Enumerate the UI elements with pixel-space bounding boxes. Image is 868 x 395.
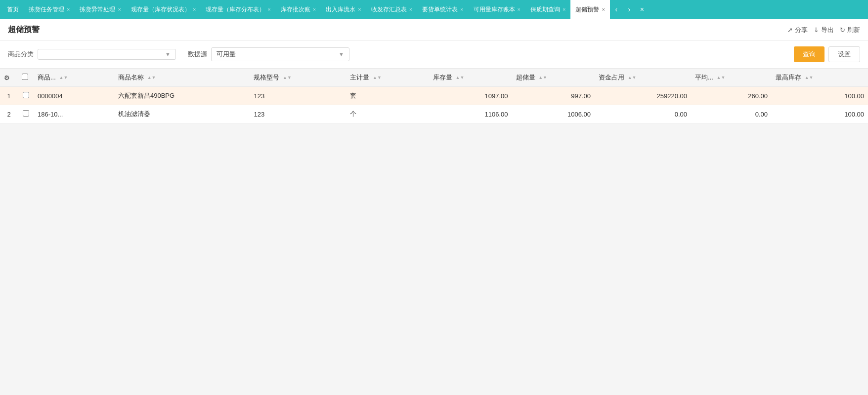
export-button[interactable]: ⇓ 导出 xyxy=(814,26,834,35)
main-content: ⚙ 商品... ▲▼ 商品名称 ▲▼ 规格型号 ▲▼ xyxy=(0,69,868,123)
column-overstock[interactable]: 超储量 ▲▼ xyxy=(512,69,595,87)
column-avg[interactable]: 平均... ▲▼ xyxy=(691,69,772,87)
cell-max-stock: 100.00 xyxy=(772,87,868,105)
sort-icon-stock: ▲▼ xyxy=(456,76,465,80)
sort-icon-spec: ▲▼ xyxy=(283,76,292,80)
close-tab-available-account[interactable]: × xyxy=(518,6,521,12)
cell-overstock: 1006.00 xyxy=(512,105,595,123)
cell-product-code: 0000004 xyxy=(34,87,114,105)
cell-capital: 259220.00 xyxy=(595,87,691,105)
category-chevron-icon: ▼ xyxy=(165,51,171,57)
cell-product-code: 186-10... xyxy=(34,105,114,123)
column-capital[interactable]: 资金占用 ▲▼ xyxy=(595,69,691,87)
cell-overstock: 997.00 xyxy=(512,87,595,105)
page-header: 超储预警 ➚ 分享 ⇓ 导出 ↻ 刷新 xyxy=(0,19,868,40)
cell-stock: 1097.00 xyxy=(429,87,512,105)
category-filter: 商品分类 ▼ xyxy=(8,49,176,60)
cell-product-name: 六配套新昌490BPG xyxy=(114,87,250,105)
row-checkbox[interactable] xyxy=(23,110,29,117)
close-tab-inout-flow[interactable]: × xyxy=(358,6,361,12)
tab-batch-account[interactable]: 库存批次账 × xyxy=(276,0,321,19)
refresh-button[interactable]: ↻ 刷新 xyxy=(840,26,860,35)
tab-requisition[interactable]: 要货单统计表 × xyxy=(417,0,468,19)
page-title: 超储预警 xyxy=(8,25,40,35)
nav-arrow-left[interactable]: ‹ xyxy=(610,0,623,19)
cell-spec: 123 xyxy=(250,87,346,105)
cell-avg: 0.00 xyxy=(691,105,772,123)
sort-icon-avg: ▲▼ xyxy=(716,76,725,80)
column-settings-icon[interactable]: ⚙ xyxy=(0,69,18,87)
nav-arrow-more[interactable]: × xyxy=(636,0,649,19)
filter-actions: 查询 设置 xyxy=(794,46,860,62)
filter-area: 商品分类 ▼ 数据源 可用量 ▼ 查询 设置 xyxy=(0,40,868,69)
category-label: 商品分类 xyxy=(8,50,34,59)
column-checkbox-header[interactable] xyxy=(18,69,34,87)
cell-avg: 260.00 xyxy=(691,87,772,105)
close-tab-stock-dist[interactable]: × xyxy=(267,6,270,12)
top-navigation: 首页 拣货任务管理 × 拣货异常处理 × 现存量（库存状况表） × 现存量（库存… xyxy=(0,0,868,19)
cell-spec: 123 xyxy=(250,105,346,123)
column-max-stock[interactable]: 最高库存 ▲▼ xyxy=(772,69,868,87)
datasource-chevron-icon: ▼ xyxy=(339,51,344,57)
query-button[interactable]: 查询 xyxy=(794,46,825,62)
share-button[interactable]: ➚ 分享 xyxy=(787,26,808,35)
cell-stock: 1106.00 xyxy=(429,105,512,123)
cell-capital: 0.00 xyxy=(595,105,691,123)
tab-stock-dist[interactable]: 现存量（库存分布表） × xyxy=(201,0,275,19)
table-header-row: ⚙ 商品... ▲▼ 商品名称 ▲▼ 规格型号 ▲▼ xyxy=(0,69,868,87)
datasource-label: 数据源 xyxy=(188,50,207,59)
datasource-filter: 数据源 可用量 ▼ xyxy=(188,47,349,61)
tab-overstock[interactable]: 超储预警 × xyxy=(570,0,609,19)
tab-stock-status[interactable]: 现存量（库存状况表） × xyxy=(126,0,201,19)
nav-arrow-right[interactable]: › xyxy=(623,0,636,19)
row-number: 2 xyxy=(0,105,18,123)
datasource-value: 可用量 xyxy=(217,50,236,59)
category-select[interactable]: ▼ xyxy=(38,49,176,60)
sort-icon-overstock: ▲▼ xyxy=(538,76,547,80)
row-number: 1 xyxy=(0,87,18,105)
cell-unit: 套 xyxy=(346,87,429,105)
settings-button[interactable]: 设置 xyxy=(828,46,860,62)
table-row: 2 186-10... 机油滤清器 123 个 1106.00 1006.00 … xyxy=(0,105,868,123)
export-icon: ⇓ xyxy=(814,26,819,34)
close-tab-stock-status[interactable]: × xyxy=(193,6,196,12)
tab-available-account[interactable]: 可用量库存账本 × xyxy=(469,0,525,19)
close-tab-batch-account[interactable]: × xyxy=(313,6,316,12)
close-tab-collect-summary[interactable]: × xyxy=(409,6,412,12)
data-table: ⚙ 商品... ▲▼ 商品名称 ▲▼ 规格型号 ▲▼ xyxy=(0,69,868,123)
tab-expiry[interactable]: 保质期查询 × xyxy=(525,0,570,19)
row-checkbox-cell[interactable] xyxy=(18,87,34,105)
column-unit[interactable]: 主计量 ▲▼ xyxy=(346,69,429,87)
gear-icon: ⚙ xyxy=(4,74,10,81)
sort-icon-product-code: ▲▼ xyxy=(59,76,68,80)
close-tab-expiry[interactable]: × xyxy=(563,6,565,12)
column-product-name[interactable]: 商品名称 ▲▼ xyxy=(114,69,250,87)
cell-product-name: 机油滤清器 xyxy=(114,105,250,123)
tab-home[interactable]: 首页 xyxy=(2,0,24,19)
tab-collect-summary[interactable]: 收发存汇总表 × xyxy=(366,0,417,19)
close-tab-requisition[interactable]: × xyxy=(460,6,463,12)
share-icon: ➚ xyxy=(787,26,793,34)
close-tab-overstock[interactable]: × xyxy=(602,6,605,12)
refresh-icon: ↻ xyxy=(840,26,845,34)
sort-icon-max-stock: ▲▼ xyxy=(805,76,814,80)
tab-task-mgmt[interactable]: 拣货任务管理 × xyxy=(24,0,75,19)
tab-inout-flow[interactable]: 出入库流水 × xyxy=(321,0,366,19)
column-product-code[interactable]: 商品... ▲▼ xyxy=(34,69,114,87)
datasource-select[interactable]: 可用量 ▼ xyxy=(211,47,349,61)
table-wrapper: ⚙ 商品... ▲▼ 商品名称 ▲▼ 规格型号 ▲▼ xyxy=(0,69,868,123)
sort-icon-capital: ▲▼ xyxy=(628,76,637,80)
select-all-checkbox[interactable] xyxy=(22,74,28,80)
column-spec[interactable]: 规格型号 ▲▼ xyxy=(250,69,346,87)
header-actions: ➚ 分享 ⇓ 导出 ↻ 刷新 xyxy=(787,26,860,35)
column-stock[interactable]: 库存量 ▲▼ xyxy=(429,69,512,87)
table-row: 1 0000004 六配套新昌490BPG 123 套 1097.00 997.… xyxy=(0,87,868,105)
row-checkbox[interactable] xyxy=(23,92,29,98)
sort-icon-unit: ▲▼ xyxy=(373,76,382,80)
tab-abnormal[interactable]: 拣货异常处理 × xyxy=(75,0,126,19)
close-tab-abnormal[interactable]: × xyxy=(118,6,121,12)
close-tab-task-mgmt[interactable]: × xyxy=(67,6,70,12)
sort-icon-product-name: ▲▼ xyxy=(147,76,156,80)
row-checkbox-cell[interactable] xyxy=(18,105,34,123)
cell-unit: 个 xyxy=(346,105,429,123)
